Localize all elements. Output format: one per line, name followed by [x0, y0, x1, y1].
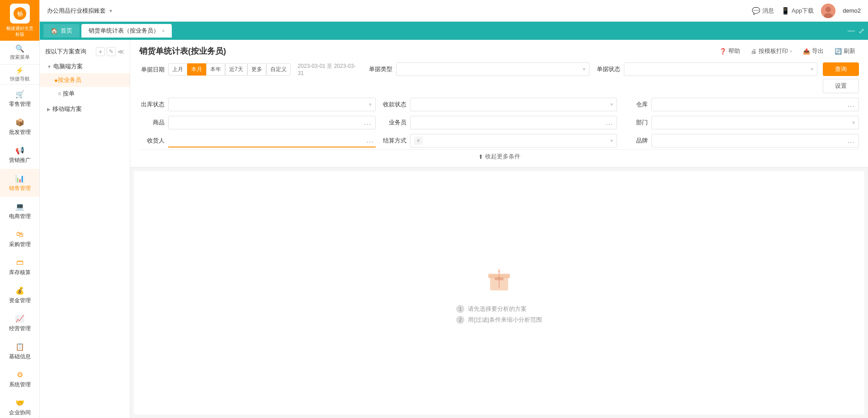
refresh-button[interactable]: 🔄 刷新	[831, 45, 859, 57]
svg-rect-8	[495, 277, 503, 280]
search-menu-item[interactable]: 🔍 搜索菜单	[0, 41, 39, 65]
message-button[interactable]: 💬 消息	[752, 7, 774, 15]
collapse-up-icon: ⬆	[478, 153, 483, 160]
print-arrow-icon: ▾	[790, 49, 792, 54]
sidebar-item-ecommerce[interactable]: 💻 电商管理	[0, 197, 39, 225]
brand-select[interactable]: ...	[651, 134, 859, 147]
system-label: 系统管理	[9, 381, 31, 389]
hint-text-2: 用[过滤]条件来缩小分析范围	[468, 316, 542, 324]
payment-tag-close[interactable]: ×	[417, 138, 420, 144]
empty-hint-2: 2 用[过滤]条件来缩小分析范围	[456, 316, 542, 324]
empty-hint-1: 1 请先选择要分析的方案	[456, 305, 542, 313]
tree-item-by-order[interactable]: ≡ 按单	[40, 87, 130, 100]
sidebar-item-basic[interactable]: 📋 基础信息	[0, 337, 39, 365]
app-download-button[interactable]: 📱 App下载	[781, 7, 814, 15]
out-status-select[interactable]: ▾	[168, 98, 376, 111]
warehouse-dots-icon[interactable]: ...	[848, 100, 855, 109]
goods-select[interactable]: ...	[168, 116, 376, 129]
sidebar-item-finance[interactable]: 💰 资金管理	[0, 281, 39, 309]
doc-type-arrow-icon: ▾	[583, 66, 585, 72]
department-select[interactable]: ▾	[651, 116, 859, 129]
sidebar-item-system[interactable]: ⚙ 系统管理	[0, 365, 39, 393]
department-label: 部门	[623, 119, 648, 127]
this-month-btn[interactable]: 本月	[187, 63, 206, 76]
right-panel: 销货单统计表(按业务员) ❓ 帮助 🖨 按模板打印 ▾ 📤	[130, 40, 868, 418]
logo[interactable]: 畅 畅捷通好生意 标版	[0, 0, 39, 41]
sidebar-item-retail[interactable]: 🛒 零售管理	[0, 85, 39, 113]
message-label: 消息	[762, 7, 774, 15]
print-button[interactable]: 🖨 按模板打印 ▾	[747, 45, 796, 57]
help-label: 帮助	[728, 47, 740, 55]
nav-icon: ⚡	[15, 66, 24, 75]
tree-desktop-label: 电脑端方案	[53, 62, 83, 71]
sidebar-item-sales[interactable]: 📊 销售管理	[0, 169, 39, 197]
payment-select[interactable]: × ▾	[410, 134, 618, 147]
export-icon: 📤	[803, 48, 810, 55]
tree-mobile-group[interactable]: ▶ 移动端方案	[40, 102, 130, 116]
date-filter-group: 单据日期 上月 本月 本年 近7天 更多 自定义 2023-03-01 至 20…	[139, 62, 362, 76]
tab-home[interactable]: 🏠 首页	[43, 24, 80, 38]
logo-text: 畅捷通好生意 标版	[6, 25, 33, 37]
export-button[interactable]: 📤 导出	[799, 45, 827, 57]
quick-nav-item[interactable]: ⚡ 快捷导航	[0, 65, 39, 85]
collapse-filters-button[interactable]: ⬆ 收起更多条件	[139, 149, 859, 163]
scheme-edit-button[interactable]: ✎	[107, 47, 116, 56]
purchase-label: 采购管理	[9, 241, 31, 248]
scheme-collapse-button[interactable]: ≪	[118, 48, 124, 55]
filter-row-4: 收货人 ... 结算方式 ×	[139, 134, 859, 147]
avatar[interactable]	[821, 4, 835, 18]
sidebar-item-marketing[interactable]: 📢 营销推广	[0, 141, 39, 169]
consignee-dots-icon[interactable]: ...	[366, 136, 373, 144]
tab-close-icon[interactable]: ×	[162, 28, 165, 33]
goods-dots-icon[interactable]: ...	[364, 119, 371, 127]
tab-sales-stat[interactable]: 销货单统计表（按业务员） ×	[81, 24, 172, 38]
doc-status-select[interactable]: ▾	[624, 62, 817, 76]
hint-num-1: 1	[456, 305, 464, 313]
breadcrumb: 办公用品行业模拟账套	[47, 7, 106, 15]
download-icon: 📱	[781, 7, 790, 15]
sidebar-item-purchase[interactable]: 🛍 采购管理	[0, 225, 39, 253]
brand-filter: 品牌 ...	[623, 134, 859, 147]
tree-arrow-desktop: ▼	[47, 64, 52, 69]
custom-btn[interactable]: 自定义	[266, 63, 291, 76]
more-btn[interactable]: 更多	[247, 63, 266, 76]
retail-icon: 🛒	[15, 89, 25, 99]
refresh-icon: 🔄	[835, 48, 842, 55]
logo-icon: 畅	[10, 4, 30, 24]
page-title: 销货单统计表(按业务员)	[139, 46, 226, 57]
tab-minimize-icon[interactable]: —	[848, 27, 855, 35]
sidebar-item-enterprise[interactable]: 🤝 企业协同	[0, 393, 39, 418]
brand-dots-icon[interactable]: ...	[848, 137, 855, 145]
out-status-label: 出库状态	[139, 100, 165, 109]
tree-desktop-group[interactable]: ▼ 电脑端方案	[40, 60, 130, 73]
tab-maximize-icon[interactable]: ⤢	[859, 27, 864, 35]
warehouse-select[interactable]: ...	[651, 98, 859, 111]
tab-bar: 🏠 首页 销货单统计表（按业务员） × — ⤢	[40, 22, 868, 40]
setting-button[interactable]: 设置	[823, 79, 859, 93]
breadcrumb-dropdown-icon[interactable]: ▾	[109, 8, 112, 14]
basic-icon: 📋	[15, 342, 25, 352]
main-area: 办公用品行业模拟账套 ▾ 💬 消息 📱 App下载 demo2 🏠 首页 销货单…	[40, 0, 868, 418]
receipt-status-select[interactable]: ▾	[410, 98, 618, 111]
filter-row-3: 商品 ... 业务员 ...	[139, 116, 859, 129]
last-month-btn[interactable]: 上月	[168, 63, 187, 76]
help-button[interactable]: ❓ 帮助	[716, 45, 744, 57]
last7-btn[interactable]: 近7天	[225, 63, 247, 76]
sidebar-item-inventory[interactable]: 🗃 库存核算	[0, 253, 39, 281]
salesperson-filter: 业务员 ...	[381, 116, 618, 129]
scheme-add-button[interactable]: +	[96, 47, 105, 56]
goods-label: 商品	[139, 119, 165, 127]
consignee-input[interactable]: ...	[168, 134, 376, 147]
salesperson-select[interactable]: ...	[410, 116, 618, 129]
query-button[interactable]: 查询	[823, 62, 859, 76]
sidebar-item-wholesale[interactable]: 📦 批发管理	[0, 113, 39, 141]
tree-item-by-salesperson[interactable]: ● 按业务员	[40, 73, 130, 87]
sidebar-item-operations[interactable]: 📈 经营管理	[0, 309, 39, 337]
user-name[interactable]: demo2	[843, 7, 861, 14]
salesperson-dots-icon[interactable]: ...	[606, 119, 613, 127]
scheme-panel-header: 按以下方案查询 + ✎ ≪	[40, 43, 130, 60]
date-label: 单据日期	[139, 66, 165, 74]
doc-type-select[interactable]: ▾	[396, 62, 590, 76]
collapse-label: 收起更多条件	[485, 152, 520, 161]
this-year-btn[interactable]: 本年	[206, 63, 225, 76]
